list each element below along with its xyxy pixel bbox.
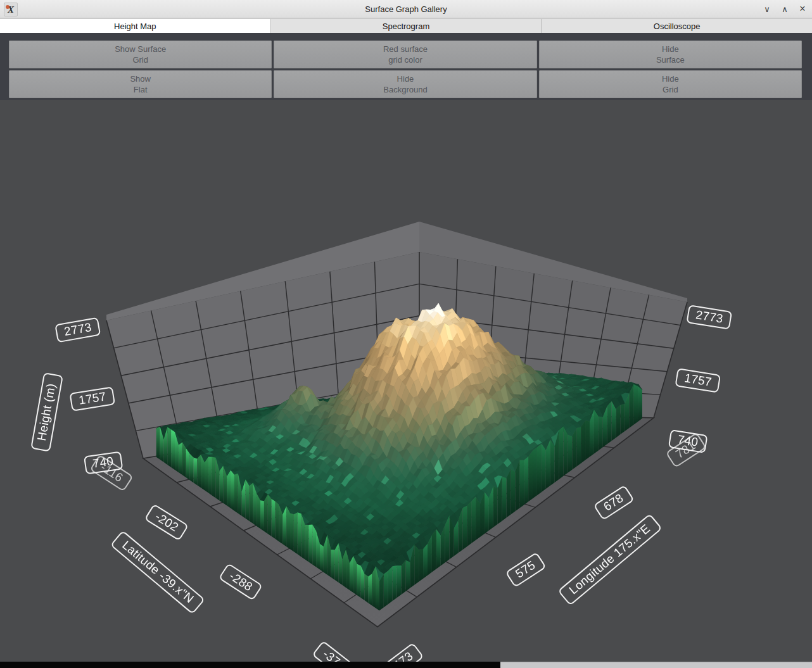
maximize-window-button[interactable]: ∧ [779,3,790,15]
show-surface-grid-button[interactable]: Show Surface Grid [9,41,272,68]
button-label: Surface [656,54,685,65]
close-window-button[interactable]: × [797,3,808,15]
button-label: Red surface [383,44,428,54]
show-flat-button[interactable]: Show Flat [9,70,272,98]
hide-background-button[interactable]: Hide Background [274,70,536,98]
tab-oscilloscope[interactable]: Oscilloscope [542,19,812,34]
taskbar-right-segment [500,662,812,668]
shade-window-button[interactable]: ∨ [761,3,773,15]
red-surface-grid-color-button[interactable]: Red surface grid color [274,41,536,68]
window-title: Surface Graph Gallery [0,4,812,14]
button-label: Hide [662,44,679,54]
button-label: Hide [397,73,414,84]
button-label: Background [383,84,427,95]
button-label: Flat [134,84,148,95]
toolbar: Show Surface Grid Red surface grid color… [0,33,812,100]
button-label: Grid [132,54,148,65]
hide-grid-button[interactable]: Hide Grid [539,70,802,98]
tab-bar: Height Map Spectrogram Oscilloscope [0,18,812,34]
button-label: Grid [663,84,678,95]
button-label: Show [130,73,151,84]
taskbar-left-segment [0,662,500,668]
hide-surface-button[interactable]: Hide Surface [539,41,802,68]
surface-3d-view[interactable] [0,0,812,668]
button-label: grid color [388,54,422,65]
titlebar[interactable]: X Surface Graph Gallery ∨ ∧ × [0,0,812,18]
tab-spectrogram[interactable]: Spectrogram [271,19,542,34]
app-x11-logo-icon: X [4,3,18,16]
tab-height-map[interactable]: Height Map [0,19,271,34]
x11-logo-dot [6,5,10,9]
button-label: Hide [662,73,679,84]
button-label: Show Surface [115,44,166,54]
